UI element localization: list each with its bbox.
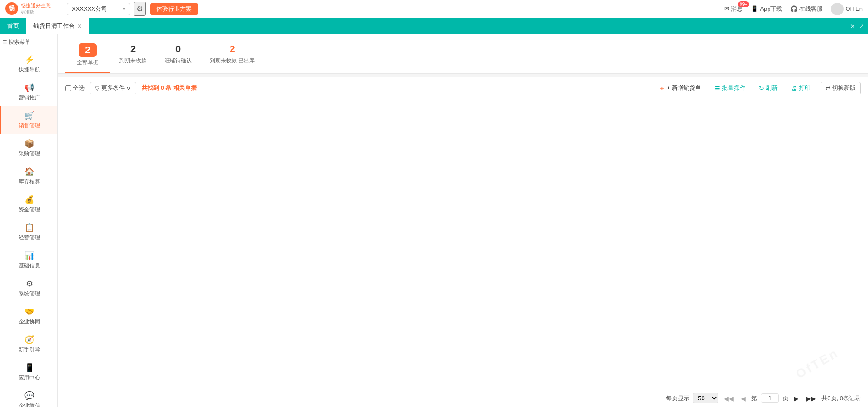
tab-home-label: 首页 — [7, 22, 19, 30]
quick-nav-icon: ⚡ — [24, 55, 34, 65]
sidebar-item-label: 基础信息 — [19, 262, 40, 270]
batch-button[interactable]: ☰ 批量操作 — [711, 82, 749, 94]
chevron-down-icon: ▾ — [123, 6, 125, 11]
select-all-checkbox[interactable]: 全选 — [65, 84, 85, 92]
stat-wangwang-num: 0 — [175, 43, 181, 55]
batch-icon: ☰ — [715, 85, 720, 92]
stat-overdue-label: 到期未收款 — [119, 57, 146, 65]
content-area: 2 全部单据 2 到期未收款 0 旺辅待确认 2 到期未收款 已出库 全选 — [58, 34, 868, 407]
stat-all-num: 2 — [79, 43, 97, 57]
next-page-button[interactable]: ▶ — [792, 394, 801, 403]
refresh-icon: ↻ — [759, 85, 764, 92]
logo-icon: 畅 — [5, 2, 18, 15]
top-header: 畅 畅捷通好生意 标准版 XXXXXX公司 ▾ ⚙ 体验行业方案 ✉ 消息 99… — [0, 0, 868, 18]
toolbar: 全选 ▽ 更多条件 ∨ 共找到 0 条 相关单据 + + 新增销货单 ☰ — [58, 77, 868, 99]
refresh-button[interactable]: ↻ 刷新 — [755, 82, 781, 94]
logo-sub: 标准版 — [21, 9, 51, 15]
phone-icon: 📱 — [751, 5, 758, 12]
marketing-icon: 📢 — [24, 83, 34, 93]
app-download-button[interactable]: 📱 App下载 — [751, 5, 782, 13]
message-icon: ✉ — [724, 5, 729, 12]
new-order-button[interactable]: + + 新增销货单 — [656, 82, 705, 94]
tab-minimize-icon[interactable]: ✕ — [850, 23, 855, 30]
purchase-icon: 📦 — [24, 139, 34, 149]
headset-icon: 🎧 — [790, 5, 797, 12]
message-button[interactable]: ✉ 消息 99+ — [724, 5, 743, 13]
sidebar-item-label: 快捷导航 — [19, 66, 40, 74]
logo-title: 畅捷通好生意 — [21, 2, 51, 9]
sidebar-item-label: 营销推广 — [19, 94, 40, 102]
switch-version-button[interactable]: ⇄ 切换新版 — [821, 82, 861, 94]
sidebar-item-label: 库存核算 — [19, 178, 40, 186]
trial-button[interactable]: 体验行业方案 — [150, 3, 198, 15]
print-icon: 🖨 — [791, 85, 797, 92]
sales-icon: 🛒 — [24, 111, 34, 121]
more-filter-button[interactable]: ▽ 更多条件 ∨ — [90, 82, 136, 94]
stat-tab-overdue-out[interactable]: 2 到期未收款 已出库 — [201, 40, 264, 73]
stat-overdue-out-num: 2 — [230, 43, 235, 55]
sidebar-item-operation[interactable]: 📋 经营管理 — [0, 218, 57, 246]
sidebar-item-app-center[interactable]: 📱 应用中心 — [0, 358, 57, 386]
tab-expand-icon[interactable]: ⤢ — [859, 23, 864, 30]
company-name: XXXXXX公司 — [72, 5, 120, 13]
sidebar-item-capital[interactable]: 💰 资金管理 — [0, 190, 57, 218]
wechat-icon: 💬 — [24, 391, 34, 401]
app-download-label: App下载 — [760, 5, 782, 13]
sidebar-item-purchase[interactable]: 📦 采购管理 — [0, 134, 57, 162]
prev-page-button[interactable]: ◀ — [739, 394, 748, 403]
stat-wangwang-label: 旺辅待确认 — [165, 57, 192, 65]
tab-home[interactable]: 首页 — [0, 18, 26, 34]
tab-bar: 首页 钱货日清工作台 ✕ ✕ ⤢ — [0, 18, 868, 34]
table-area — [58, 99, 868, 389]
pagination: 每页显示 10 20 50 100 ◀◀ ◀ 第 页 ▶ ▶▶ 共0页, 0条记… — [58, 389, 868, 407]
print-button[interactable]: 🖨 打印 — [788, 82, 814, 94]
company-selector[interactable]: XXXXXX公司 ▾ — [67, 3, 130, 15]
online-service-button[interactable]: 🎧 在线客服 — [790, 5, 823, 13]
enterprise-icon: 🤝 — [24, 307, 34, 317]
total-text: 共0页, 0条记录 — [821, 394, 861, 402]
found-prefix: 共找到 — [142, 84, 159, 91]
sidebar-item-basic[interactable]: 📊 基础信息 — [0, 246, 57, 274]
found-count: 0 — [161, 84, 164, 91]
settings-button[interactable]: ⚙ — [134, 2, 146, 16]
batch-label: 批量操作 — [722, 84, 745, 92]
tab-close-icon[interactable]: ✕ — [77, 23, 82, 29]
sidebar-item-inventory[interactable]: 🏠 库存核算 — [0, 162, 57, 190]
stat-tab-wangwang[interactable]: 0 旺辅待确认 — [156, 40, 201, 73]
avatar-image — [831, 3, 844, 15]
found-related: 相关单据 — [173, 84, 197, 91]
sidebar-item-label: 应用中心 — [19, 374, 40, 382]
sidebar-search-label: 搜索菜单 — [9, 38, 30, 46]
sidebar-item-quick-nav[interactable]: ⚡ 快捷导航 — [0, 50, 57, 78]
operation-icon: 📋 — [24, 223, 34, 233]
stat-tab-all[interactable]: 2 全部单据 — [65, 40, 110, 73]
toolbar-right: + + 新增销货单 ☰ 批量操作 ↻ 刷新 🖨 打印 ⇄ 切换新版 — [656, 82, 861, 94]
tab-controls: ✕ ⤢ — [850, 23, 868, 30]
select-all-input[interactable] — [65, 85, 71, 91]
per-page-select[interactable]: 10 20 50 100 — [693, 393, 718, 403]
sidebar-item-label: 销售管理 — [19, 122, 40, 130]
sidebar: ≡ 搜索菜单 ⚡ 快捷导航 📢 营销推广 🛒 销售管理 📦 采购管理 🏠 库存核… — [0, 34, 58, 407]
stat-tab-overdue-unpaid[interactable]: 2 到期未收款 — [110, 40, 156, 73]
refresh-label: 刷新 — [766, 84, 778, 92]
found-unit: 条 — [165, 84, 171, 91]
system-icon: ⚙ — [26, 279, 33, 289]
sidebar-item-marketing[interactable]: 📢 营销推广 — [0, 78, 57, 106]
main-layout: ≡ 搜索菜单 ⚡ 快捷导航 📢 营销推广 🛒 销售管理 📦 采购管理 🏠 库存核… — [0, 34, 868, 407]
sidebar-item-system[interactable]: ⚙ 系统管理 — [0, 274, 57, 302]
inventory-icon: 🏠 — [24, 167, 34, 177]
sidebar-search-item[interactable]: ≡ 搜索菜单 — [0, 34, 57, 50]
tab-work[interactable]: 钱货日清工作台 ✕ — [26, 18, 89, 34]
sidebar-item-enterprise[interactable]: 🤝 企业协同 — [0, 302, 57, 330]
page-input[interactable] — [761, 393, 779, 403]
found-text: 共找到 0 条 相关单据 — [142, 84, 197, 92]
user-avatar[interactable]: OfTEn — [831, 3, 863, 15]
page-suffix-label: 页 — [783, 394, 788, 402]
last-page-button[interactable]: ▶▶ — [804, 394, 818, 403]
sidebar-item-sales[interactable]: 🛒 销售管理 — [0, 106, 57, 134]
sidebar-item-guide[interactable]: 🧭 新手引导 — [0, 330, 57, 358]
select-all-label: 全选 — [73, 84, 85, 92]
first-page-button[interactable]: ◀◀ — [722, 394, 736, 403]
sidebar-item-wechat[interactable]: 💬 企业微信 — [0, 386, 57, 407]
stats-tabs: 2 全部单据 2 到期未收款 0 旺辅待确认 2 到期未收款 已出库 — [58, 34, 868, 74]
